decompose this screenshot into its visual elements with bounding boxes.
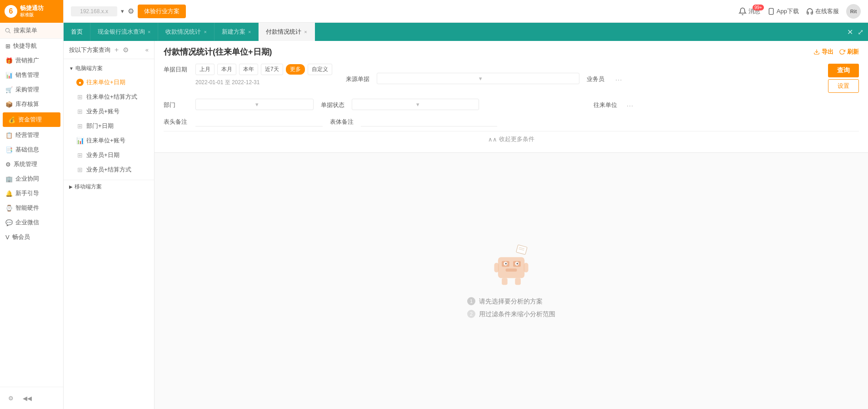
desktop-section-header[interactable]: ▼ 电脑端方案 xyxy=(64,62,154,75)
date-btn-this-month[interactable]: 本月 xyxy=(217,64,236,75)
sidebar-footer: ⚙ ◀◀ xyxy=(0,387,63,409)
marketing-icon: 🎁 xyxy=(5,57,13,64)
tab-expand-icon[interactable]: ⤢ xyxy=(858,28,863,36)
app-version: 标准版 xyxy=(20,12,44,18)
user-avatar[interactable]: Rit xyxy=(846,4,861,19)
app-download-btn[interactable]: App下载 xyxy=(768,7,799,15)
tab-new-scheme-close[interactable]: × xyxy=(248,29,251,35)
body-note-input[interactable] xyxy=(361,116,497,126)
add-scheme-icon[interactable]: ＋ xyxy=(113,45,120,54)
date-btn-last-month[interactable]: 上月 xyxy=(195,64,215,75)
wechat-icon: 💬 xyxy=(5,219,13,226)
query-btn[interactable]: 查询 xyxy=(828,64,859,77)
sidebar-item-label: 新手引导 xyxy=(15,189,39,197)
sidebar-item-system[interactable]: ⚙ 系统管理 xyxy=(0,157,63,172)
tab-payment-stats[interactable]: 付款情况统计 × xyxy=(259,23,314,41)
notify-btn[interactable]: 消息 99+ xyxy=(738,7,760,15)
tip-num-2: 2 xyxy=(467,310,475,318)
sidebar-item-purchase[interactable]: 🛒 采购管理 xyxy=(0,82,63,97)
mobile-scheme-section: ▶ 移动端方案 xyxy=(64,180,154,193)
panel-collapse-icon[interactable]: « xyxy=(145,46,149,53)
scheme-item-staff-account[interactable]: ⊞ 业务员+账号 xyxy=(64,104,154,119)
page-actions: 导出 刷新 xyxy=(813,48,859,56)
scheme-item-partner-account[interactable]: 📊 往来单位+账号 xyxy=(64,133,154,148)
scheme-active-icon: ● xyxy=(76,79,84,86)
sidebar-item-marketing[interactable]: 🎁 营销推广 xyxy=(0,53,63,68)
notify-badge: 99+ xyxy=(753,5,764,10)
date-btn-this-year[interactable]: 本年 xyxy=(239,64,258,75)
tab-receipt-stats[interactable]: 收款情况统计 × xyxy=(158,23,214,41)
tab-bank-flow-close[interactable]: × xyxy=(148,29,150,35)
search-menu[interactable]: 搜索菜单 xyxy=(0,23,63,39)
tab-receipt-stats-close[interactable]: × xyxy=(204,29,206,35)
export-btn[interactable]: 导出 xyxy=(813,48,833,56)
service-icon xyxy=(806,8,813,15)
tab-bank-flow[interactable]: 现金银行流水查询 × xyxy=(90,23,158,41)
tab-home[interactable]: 首页 xyxy=(64,23,90,41)
date-btn-last-7days[interactable]: 近7天 xyxy=(261,64,283,75)
tip-text-2: 用过滤条件来缩小分析范围 xyxy=(479,308,555,320)
empty-state: 1 请先选择要分析的方案 2 用过滤条件来缩小分析范围 xyxy=(155,153,868,409)
doc-status-select[interactable]: ▾ xyxy=(352,99,479,110)
scheme-item-label: 业务员+日期 xyxy=(86,151,120,159)
settings-scheme-icon[interactable]: ⚙ xyxy=(123,46,129,54)
svg-rect-9 xyxy=(494,263,499,272)
date-btn-more[interactable]: 更多 xyxy=(286,64,305,75)
sidebar-item-label: 基础信息 xyxy=(15,146,39,154)
header-note-input[interactable] xyxy=(195,116,323,126)
system-icon: ⚙ xyxy=(5,161,11,168)
svg-point-0 xyxy=(5,28,9,32)
tab-payment-stats-close[interactable]: × xyxy=(304,29,307,35)
partner-selector[interactable]: … xyxy=(624,98,635,110)
tab-new-scheme-label: 新建方案 xyxy=(222,28,245,36)
sidebar-item-member[interactable]: V 畅会员 xyxy=(0,230,63,244)
scheme-grid-icon4: ⊞ xyxy=(76,151,84,159)
sidebar-item-operations[interactable]: 📋 经营管理 xyxy=(0,128,63,142)
tabs-bar-right: ✕ ⤢ xyxy=(843,23,868,41)
sidebar-item-guide[interactable]: 🔔 新手引导 xyxy=(0,186,63,201)
inventory-icon: 📦 xyxy=(5,101,13,108)
settings-filter-btn[interactable]: 设置 xyxy=(828,79,859,93)
sidebar-item-label: 畅会员 xyxy=(12,233,30,241)
trial-btn[interactable]: 体验行业方案 xyxy=(138,5,186,18)
app-download-label: App下载 xyxy=(777,7,799,15)
sidebar-item-basic-info[interactable]: 📑 基础信息 xyxy=(0,142,63,157)
svg-rect-12 xyxy=(515,278,521,285)
collapse-more-btn[interactable]: ∧∧ 收起更多条件 xyxy=(164,131,859,147)
staff-selector[interactable]: … xyxy=(613,72,624,84)
topbar-dropdown-icon[interactable]: ▾ xyxy=(121,8,124,15)
scheme-item-staff-date[interactable]: ⊞ 业务员+日期 xyxy=(64,148,154,162)
scheme-item-dept-date[interactable]: ⊞ 部门+日期 xyxy=(64,119,154,133)
svg-rect-10 xyxy=(524,263,529,272)
sidebar-item-finance[interactable]: 💰 资金管理 xyxy=(3,112,60,127)
service-btn[interactable]: 在线客服 xyxy=(806,7,839,15)
sidebar-item-enterprise[interactable]: 🏢 企业协同 xyxy=(0,172,63,186)
sidebar-item-wechat[interactable]: 💬 企业微信 xyxy=(0,215,63,230)
date-btn-custom[interactable]: 自定义 xyxy=(308,64,332,75)
scheme-item-staff-settle[interactable]: ⊞ 业务员+结算方式 xyxy=(64,162,154,177)
scheme-item-partner-settle[interactable]: ⊞ 往来单位+结算方式 xyxy=(64,90,154,104)
svg-rect-11 xyxy=(502,278,508,285)
source-doc-select[interactable]: ▾ xyxy=(377,73,580,84)
app-download-icon xyxy=(768,8,775,15)
tab-new-scheme[interactable]: 新建方案 × xyxy=(215,23,259,41)
topbar-gear-icon[interactable]: ⚙ xyxy=(128,7,134,15)
main-area: 192.168.x.x ▾ ⚙ 体验行业方案 消息 99+ App下载 在线客服… xyxy=(64,0,868,409)
svg-rect-5 xyxy=(498,257,524,278)
sidebar-item-sales[interactable]: 📊 销售管理 xyxy=(0,68,63,82)
dept-select[interactable]: ▾ xyxy=(195,99,314,110)
mobile-section-header[interactable]: ▶ 移动端方案 xyxy=(64,180,154,193)
empty-tips: 1 请先选择要分析的方案 2 用过滤条件来缩小分析范围 xyxy=(467,295,555,320)
footer-collapse-icon[interactable]: ◀◀ xyxy=(21,392,34,404)
left-panel-title: 按以下方案查询 xyxy=(69,46,110,54)
desktop-section-arrow: ▼ xyxy=(69,66,74,71)
sidebar-item-inventory[interactable]: 📦 库存核算 xyxy=(0,97,63,111)
sidebar-item-label: 企业协同 xyxy=(15,175,39,183)
refresh-btn[interactable]: 刷新 xyxy=(839,48,859,56)
sidebar-item-quick-nav[interactable]: ⊞ 快捷导航 xyxy=(0,39,63,53)
scheme-item-partner-date[interactable]: ● 往来单位+日期 xyxy=(64,75,154,90)
tab-close-all-icon[interactable]: ✕ xyxy=(847,28,853,36)
sidebar-item-smart-hw[interactable]: ⌚ 智能硬件 xyxy=(0,201,63,215)
footer-settings-icon[interactable]: ⚙ xyxy=(5,392,17,404)
sidebar-nav: ⊞ 快捷导航 🎁 营销推广 📊 销售管理 🛒 采购管理 📦 库存核算 💰 资金管… xyxy=(0,39,63,387)
